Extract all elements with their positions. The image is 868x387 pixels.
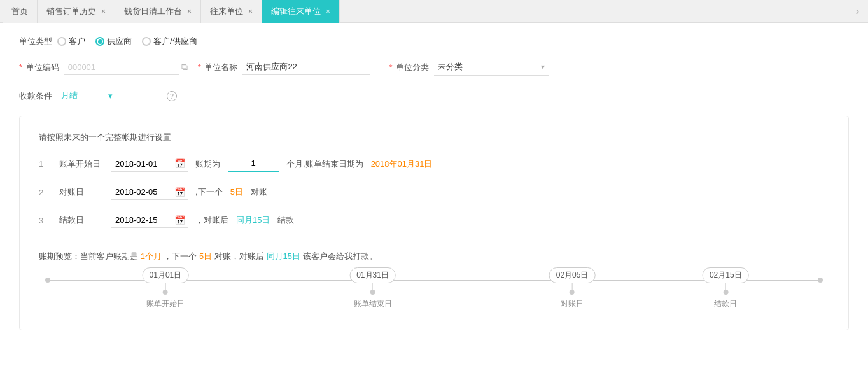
unit-name-item: * 单位名称 <box>198 60 370 75</box>
unit-category-select[interactable]: 未分类 ▾ <box>434 59 549 76</box>
node-3-badge: 02月05日 <box>549 267 596 283</box>
timeline-node-1: 01月01日 账单开始日 <box>143 267 189 309</box>
tab-sales-history[interactable]: 销售订单历史 × <box>38 0 115 23</box>
row-3-number: 3 <box>39 216 52 225</box>
radio-supplier-label: 供应商 <box>107 36 132 47</box>
close-tab-edit-partner[interactable]: × <box>326 7 330 16</box>
payment-terms-select[interactable]: 月结 ▾ <box>57 87 159 104</box>
row-3-date-wrapper[interactable]: 📅 <box>111 213 188 228</box>
close-tab-partner-unit[interactable]: × <box>248 7 253 16</box>
node-1-label: 账单开始日 <box>146 299 185 309</box>
radio-supplier[interactable]: 供应商 <box>95 36 132 47</box>
payment-terms-row: 收款条件 月结 ▾ ? <box>19 87 849 104</box>
category-dropdown-icon: ▾ <box>541 62 545 71</box>
timeline-end-dot <box>818 278 823 283</box>
node-2-label: 账单结束日 <box>354 299 392 309</box>
unit-type-radio-group: 客户 供应商 客户/供应商 <box>57 36 197 47</box>
row-2-desc-suffix: 对账 <box>251 186 267 198</box>
radio-customer[interactable]: 客户 <box>57 36 85 47</box>
radio-customer-circle <box>57 37 66 46</box>
tab-home[interactable]: 首页 <box>3 0 38 23</box>
tab-bar: 首页 销售订单历史 × 钱货日清工作台 × 往来单位 × 编辑往来单位 × › <box>0 0 868 23</box>
row-2-date-wrapper[interactable]: 📅 <box>111 185 188 200</box>
node-3-label: 对账日 <box>561 299 584 309</box>
tab-partner-unit[interactable]: 往来单位 × <box>201 0 262 23</box>
close-tab-sales-history[interactable]: × <box>101 7 106 16</box>
unit-name-input[interactable] <box>242 60 370 75</box>
row-2-calendar-icon[interactable]: 📅 <box>172 187 188 197</box>
row-3-highlight: 同月15日 <box>236 215 270 226</box>
payment-terms-dropdown-icon: ▾ <box>108 91 155 101</box>
radio-both-circle <box>142 37 151 46</box>
unit-category-item: * 单位分类 未分类 ▾ <box>389 59 549 76</box>
timeline-node-2: 01月31日 账单结束日 <box>349 267 396 309</box>
row-1-calendar-icon[interactable]: 📅 <box>172 158 188 169</box>
unit-code-input-wrapper[interactable]: ⧉ <box>64 60 179 75</box>
settings-title: 请按照未来的一个完整帐期进行设置 <box>39 132 829 143</box>
timeline-node-4: 02月15日 结款日 <box>703 267 749 309</box>
preview-part2-prefix: ，下一个 <box>164 251 197 261</box>
payment-terms-value: 月结 <box>61 90 108 101</box>
timeline-node-3: 02月05日 对账日 <box>549 267 596 309</box>
row-3-desc-suffix: 结款 <box>277 215 294 226</box>
row-1-date-input[interactable] <box>111 157 172 171</box>
preview-part2-highlight: 5日 <box>199 251 212 261</box>
help-icon[interactable]: ? <box>167 91 177 101</box>
row-1-label: 账单开始日 <box>59 158 104 170</box>
tab-more-button[interactable]: › <box>850 6 865 17</box>
row-3-calendar-icon[interactable]: 📅 <box>172 215 188 225</box>
unit-category-label: * 单位分类 <box>389 62 429 73</box>
radio-both[interactable]: 客户/供应商 <box>142 36 197 47</box>
row-1-date-wrapper[interactable]: 📅 <box>111 157 188 172</box>
settings-row-3: 3 结款日 📅 ，对账后 同月15日 结款 <box>39 213 829 228</box>
radio-both-label: 客户/供应商 <box>153 36 197 47</box>
tab-edit-partner[interactable]: 编辑往来单位 × <box>262 0 340 23</box>
unit-type-label: 单位类型 <box>19 36 52 47</box>
preview-text: 账期预览：当前客户账期是 1个月 ，下一个 5日 对账，对账后 同月15日 该客… <box>39 251 829 262</box>
close-tab-cash-workbench[interactable]: × <box>187 7 192 16</box>
timeline-line: 01月01日 账单开始日 01月31日 账单结束日 02月05日 <box>50 280 818 281</box>
tab-cash-workbench[interactable]: 钱货日清工作台 × <box>115 0 201 23</box>
preview-section: 账期预览：当前客户账期是 1个月 ，下一个 5日 对账，对账后 同月15日 该客… <box>39 241 829 314</box>
node-1-badge: 01月01日 <box>143 267 189 283</box>
copy-icon[interactable]: ⧉ <box>179 62 190 73</box>
unit-info-row: * 单位编码 ⧉ * 单位名称 * 单位分类 未分类 ▾ <box>19 59 849 76</box>
settings-row-2: 2 对账日 📅 ,下一个 5日 对账 <box>39 185 829 200</box>
unit-code-label: * 单位编码 <box>19 62 59 73</box>
row-2-date-input[interactable] <box>111 185 172 199</box>
period-input[interactable] <box>228 156 279 172</box>
preview-label: 账期预览：当前客户账期是 <box>39 251 138 261</box>
radio-supplier-circle <box>95 37 104 46</box>
preview-part3-suffix: 该客户会给我打款。 <box>303 251 377 261</box>
payment-terms-item: 收款条件 月结 ▾ ? <box>19 87 177 104</box>
timeline-start-dot <box>45 278 50 283</box>
unit-code-item: * 单位编码 ⧉ <box>19 60 179 75</box>
row-1-end-date: 2018年01月31日 <box>371 158 433 170</box>
payment-terms-label: 收款条件 <box>19 90 52 102</box>
unit-name-label: * 单位名称 <box>198 62 238 73</box>
timeline-container: 01月01日 账单开始日 01月31日 账单结束日 02月05日 <box>39 278 829 283</box>
unit-category-value: 未分类 <box>438 61 541 73</box>
row-3-desc-prefix: ，对账后 <box>195 215 228 226</box>
unit-code-input[interactable] <box>64 60 179 74</box>
row-2-label: 对账日 <box>59 186 104 198</box>
row-1-period-unit: 个月,账单结束日期为 <box>286 158 363 170</box>
preview-part3-highlight: 同月15日 <box>267 251 300 261</box>
row-1-number: 1 <box>39 159 52 169</box>
settings-box: 请按照未来的一个完整帐期进行设置 1 账单开始日 📅 账期为 个月,账单结束日期… <box>19 116 849 330</box>
node-4-badge: 02月15日 <box>703 267 749 283</box>
unit-type-item: 单位类型 客户 供应商 客户/供应商 <box>19 36 197 47</box>
row-2-number: 2 <box>39 188 52 197</box>
row-3-date-input[interactable] <box>111 213 172 227</box>
unit-type-row: 单位类型 客户 供应商 客户/供应商 <box>19 36 849 47</box>
radio-customer-label: 客户 <box>69 36 85 47</box>
node-4-label: 结款日 <box>714 299 737 309</box>
preview-part1: 1个月 <box>141 251 162 261</box>
node-2-badge: 01月31日 <box>349 267 396 283</box>
main-content: 单位类型 客户 供应商 客户/供应商 * <box>0 23 868 387</box>
settings-row-1: 1 账单开始日 📅 账期为 个月,账单结束日期为 2018年01月31日 <box>39 156 829 172</box>
preview-part2-suffix: 对账，对账后 <box>214 251 264 261</box>
row-3-label: 结款日 <box>59 215 104 226</box>
row-1-desc-prefix: 账期为 <box>195 158 220 170</box>
row-2-desc-prefix: ,下一个 <box>195 186 223 198</box>
